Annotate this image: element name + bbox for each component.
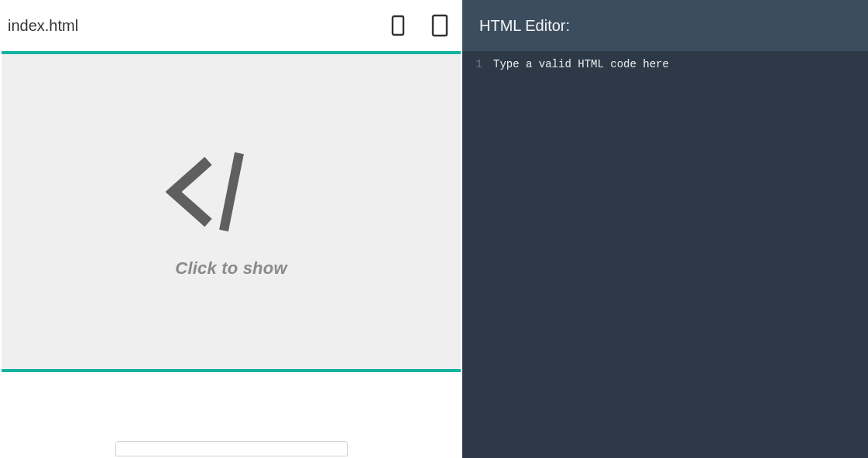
editor-title: HTML Editor: <box>479 17 570 35</box>
bottom-input[interactable] <box>115 441 348 456</box>
editor-header: HTML Editor: <box>462 0 868 51</box>
file-name: index.html <box>8 17 78 35</box>
preview-hint-text: Click to show <box>175 258 286 279</box>
topbar: index.html <box>0 0 462 51</box>
line-number: 1 <box>462 56 482 73</box>
svg-rect-1 <box>433 15 447 36</box>
editor-gutter: 1 <box>462 56 490 458</box>
bottom-bar <box>0 441 462 458</box>
preview-pane: index.html <box>0 0 462 458</box>
mobile-portrait-icon[interactable] <box>391 15 405 36</box>
preview-area[interactable]: Click to show <box>2 51 461 372</box>
topbar-icons <box>391 14 455 37</box>
code-editor[interactable]: Type a valid HTML code here <box>490 56 868 458</box>
app-root: index.html <box>0 0 868 458</box>
editor-pane: HTML Editor: 1 Type a valid HTML code he… <box>462 0 868 458</box>
svg-rect-0 <box>393 16 403 35</box>
tablet-portrait-icon[interactable] <box>431 14 448 37</box>
editor-body: 1 Type a valid HTML code here <box>462 51 868 458</box>
code-icon <box>166 145 297 238</box>
